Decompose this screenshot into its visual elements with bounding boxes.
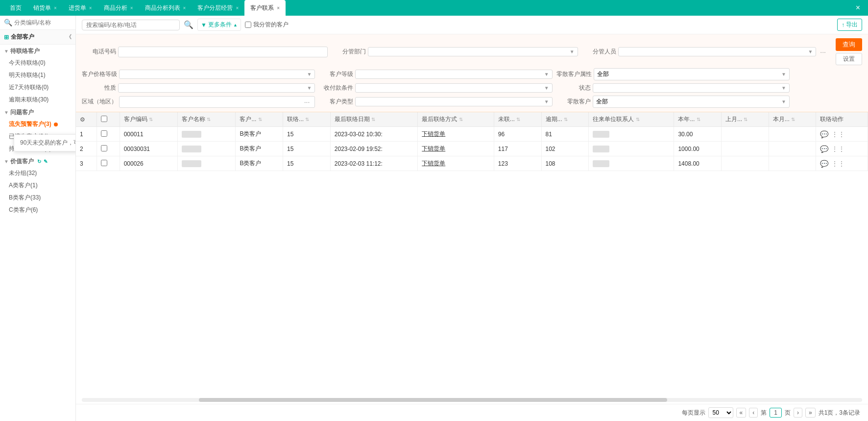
th-overdue[interactable]: 逾期... ⇅ [541,112,589,127]
nature-select[interactable]: ▼ [118,83,315,93]
row-checkbox[interactable] [97,142,120,156]
th-uncontacted[interactable]: 未联... ⇅ [494,112,541,127]
retail-attr-select[interactable]: 全部 ▼ [594,68,790,80]
sidebar-item-today[interactable]: 今天待联络(0) [0,57,75,69]
retail-customer-select[interactable]: 全部 ▼ [593,96,790,108]
close-customer-tier-icon[interactable]: × [236,5,239,11]
close-all-button[interactable]: × [852,3,864,12]
payment-label: 收付款条件 [319,84,353,92]
row-check-2[interactable] [101,160,107,166]
export-button[interactable]: ↑ 导出 [837,19,862,31]
select-all-checkbox[interactable] [101,116,107,122]
price-grade-select[interactable]: ▼ [119,70,315,79]
more-action-icon[interactable]: ⋮⋮ [831,160,845,168]
chat-icon[interactable]: 💬 [820,130,828,138]
row-checkbox[interactable] [97,156,120,171]
row-this-month [769,156,816,171]
sidebar-item-tomorrow[interactable]: 明天待联络(1) [0,69,75,81]
dept-select[interactable]: ▼ [368,47,578,56]
row-checkbox[interactable] [97,127,120,142]
sidebar-search-input[interactable] [14,19,76,26]
value-arrow-icon: ▼ [4,159,9,164]
horizontal-scrollbar[interactable] [82,398,862,402]
close-analysis-icon[interactable]: × [130,5,133,11]
next-page-button[interactable]: › [794,408,802,418]
last-page-button[interactable]: » [805,408,816,418]
th-settings[interactable]: ⚙ [76,112,97,127]
nav-tab-purchase[interactable]: 进货单 × [63,0,98,16]
th-name[interactable]: 客户名称 ⇅ [178,112,236,127]
customer-grade-select[interactable]: ▼ [355,70,552,79]
more-action-icon[interactable]: ⋮⋮ [831,130,845,138]
sidebar-item-class-c[interactable]: C类客户(6) [0,204,75,216]
first-page-button[interactable]: « [736,408,747,418]
all-customers-header[interactable]: ⊞ 全部客户 《 [0,30,75,45]
nav-tab-customer-tier[interactable]: 客户分层经营 × [192,0,244,16]
query-button[interactable]: 查询 [836,38,862,51]
nav-tab-analysis[interactable]: 商品分析 × [98,0,139,16]
row-check-0[interactable] [101,130,107,137]
per-page-select[interactable]: 50 100 200 [708,407,733,418]
th-this-year[interactable]: 本年... ⇅ [674,112,722,127]
th-last-date[interactable]: 最后联络日期 ⇅ [330,112,417,127]
row-check-1[interactable] [101,145,107,151]
th-this-month[interactable]: 本月... ⇅ [769,112,816,127]
th-contact2[interactable]: 往来单位联系人 ⇅ [589,112,674,127]
filter-row-3: 性质 ▼ 收付款条件 ▼ 状态 [82,83,862,93]
close-customer-contact-icon[interactable]: × [277,5,280,11]
pending-contact-section[interactable]: ▼ 待联络客户 [0,45,75,57]
close-analysis-list-icon[interactable]: × [183,5,186,11]
region-select[interactable]: ··· [119,96,315,108]
row-action[interactable]: 💬 ⋮⋮ [816,156,868,171]
sidebar-search: 🔍 [0,16,75,30]
nav-tab-sales[interactable]: 销货单 × [27,0,63,16]
customer-type-select[interactable]: ▼ [355,97,552,106]
row-last-method[interactable]: 下销货单 [418,156,494,171]
sidebar-item-churn-warning[interactable]: 流失预警客户(3) [0,118,75,130]
status-select[interactable]: ▼ [593,83,790,93]
th-type[interactable]: 客户... ⇅ [236,112,283,127]
row-last-method[interactable]: 下销货单 [418,127,494,142]
th-last-method[interactable]: 最后联络方式 ⇅ [418,112,494,127]
th-last-month[interactable]: 上月... ⇅ [722,112,769,127]
scrollbar-thumb[interactable] [199,398,667,402]
chat-icon[interactable]: 💬 [820,160,828,168]
filter-search-button[interactable]: 🔍 [184,20,193,29]
phone-input[interactable] [118,47,328,57]
close-purchase-icon[interactable]: × [89,5,92,11]
filter-row-2: 客户价格等级 ▼ 客户等级 ▼ 零散客户属性 全部 [82,68,862,80]
more-conditions-button[interactable]: ▼ 更多条件 ▲ [197,19,241,31]
manager-select[interactable]: ▼ [618,47,817,56]
close-sales-icon[interactable]: × [54,5,57,11]
region-more-button[interactable]: ··· [302,98,312,106]
nav-tab-home[interactable]: 首页 [4,0,27,16]
filter-search-input[interactable] [82,20,180,30]
sidebar-item-class-b[interactable]: B类客户(33) [0,192,75,204]
problem-customers-section[interactable]: ▼ 问题客户 [0,106,75,118]
my-customers-check-input[interactable] [245,22,251,28]
my-customers-checkbox[interactable]: 我分管的客户 [245,21,289,29]
payment-select[interactable]: ▼ [355,83,552,93]
row-last-method[interactable]: 下销货单 [418,142,494,156]
sidebar-item-ungrouped[interactable]: 未分组(32) [0,167,75,179]
row-action[interactable]: 💬 ⋮⋮ [816,142,868,156]
nav-tab-analysis-list[interactable]: 商品分析列表 × [139,0,192,16]
th-code[interactable]: 客户编码 ⇅ [120,112,177,127]
refresh-icon[interactable]: ↻ [37,159,41,164]
value-customers-section[interactable]: ▼ 价值客户 ↻ ✎ [0,155,75,167]
row-action[interactable]: 💬 ⋮⋮ [816,127,868,142]
row-last-month [722,142,769,156]
chat-icon[interactable]: 💬 [820,145,828,153]
sidebar-item-class-a[interactable]: A类客户(1) [0,179,75,192]
more-action-icon[interactable]: ⋮⋮ [831,145,845,153]
sidebar-item-overdue[interactable]: 逾期未联络(30) [0,94,75,106]
th-checkbox[interactable] [97,112,120,127]
manager-more-button[interactable]: ··· [818,48,828,56]
sidebar-item-7days[interactable]: 近7天待联络(0) [0,81,75,94]
settings-button[interactable]: 设置 [836,53,862,65]
th-contact[interactable]: 联络... ⇅ [283,112,331,127]
edit-icon[interactable]: ✎ [44,159,48,164]
prev-page-button[interactable]: ‹ [749,408,758,418]
nav-tab-customer-contact[interactable]: 客户联系 × [244,0,286,16]
current-page: 1 [770,408,782,418]
